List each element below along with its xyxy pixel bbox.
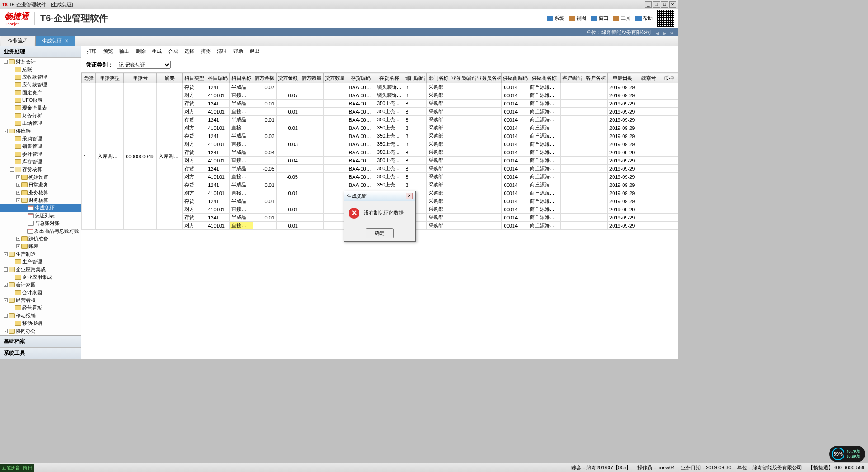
expand-collapse-icon[interactable]: -: [4, 298, 8, 302]
expand-collapse-icon[interactable]: -: [16, 198, 20, 202]
tree-item-总账[interactable]: 总账: [0, 66, 81, 73]
col-供应商编码[interactable]: 供应商编码: [502, 73, 528, 83]
col-选择[interactable]: 选择: [82, 73, 96, 83]
table-row[interactable]: 1入库调整单0000000049入库调整...存货1241半成品-0.07BAA…: [82, 83, 678, 91]
tree-item-生成凭证[interactable]: 生成凭证: [0, 204, 81, 212]
dialog-close-button[interactable]: ✕: [406, 193, 413, 199]
col-部门名称[interactable]: 部门名称: [427, 73, 450, 83]
grid-wrap[interactable]: 选择单据类型单据号摘要科目类型科目编码科目名称借方金额贷方金额借方数量贷方数量存…: [81, 73, 678, 359]
minimize-button[interactable]: _: [645, 1, 652, 8]
expand-collapse-icon[interactable]: +: [16, 191, 20, 195]
brand-menu-视图[interactable]: 视图: [569, 15, 586, 22]
col-单据日期[interactable]: 单据日期: [608, 73, 638, 83]
col-客户名称[interactable]: 客户名称: [584, 73, 608, 83]
col-业务员编码[interactable]: 业务员编码: [450, 73, 476, 83]
brand-menu-工具[interactable]: 工具: [613, 15, 631, 22]
tree-item-业务核算[interactable]: +业务核算: [0, 189, 81, 196]
toolbar-退出[interactable]: 退出: [247, 47, 262, 56]
sidebar-title-tools[interactable]: 系统工具: [0, 348, 81, 359]
tree-item-应付款管理[interactable]: 应付款管理: [0, 81, 81, 89]
toolbar-清理[interactable]: 清理: [214, 47, 230, 56]
tree-item-移动报销[interactable]: 移动报销: [0, 319, 81, 327]
brand-menu-窗口[interactable]: 窗口: [591, 15, 609, 22]
mini-right-icon[interactable]: ▶: [661, 29, 666, 35]
expand-collapse-icon[interactable]: -: [10, 167, 14, 172]
voucher-type-select[interactable]: 记 记账凭证: [117, 61, 171, 69]
toolbar-预览[interactable]: 预览: [100, 47, 116, 56]
expand-collapse-icon[interactable]: +: [16, 183, 20, 187]
tree-item-财务分析[interactable]: 财务分析: [0, 112, 81, 119]
tree-item-应收款管理[interactable]: 应收款管理: [0, 73, 81, 81]
toolbar-删除[interactable]: 删除: [133, 47, 148, 56]
col-摘要[interactable]: 摘要: [157, 73, 183, 83]
col-线索号[interactable]: 线索号: [638, 73, 659, 83]
tree-item-UFO报表[interactable]: UFO报表: [0, 96, 81, 104]
col-科目名称[interactable]: 科目名称: [230, 73, 253, 83]
tree-item-凭证列表[interactable]: 凭证列表: [0, 212, 81, 219]
sidebar-title-basic[interactable]: 基础档案: [0, 336, 81, 348]
dialog-ok-button[interactable]: 确定: [366, 228, 394, 238]
tab-generate-voucher[interactable]: 生成凭证 ✕: [35, 36, 75, 46]
mini-left-icon[interactable]: ◀: [654, 29, 659, 35]
expand-collapse-icon[interactable]: -: [4, 283, 8, 287]
col-客户编码[interactable]: 客户编码: [561, 73, 584, 83]
tree-item-存货核算[interactable]: -存货核算: [0, 166, 81, 173]
col-借方数量[interactable]: 借方数量: [300, 73, 323, 83]
toolbar-帮助[interactable]: 帮助: [231, 47, 246, 56]
expand-collapse-icon[interactable]: -: [4, 252, 8, 256]
expand-collapse-icon[interactable]: +: [16, 237, 20, 241]
toolbar-生成[interactable]: 生成: [149, 47, 165, 56]
tree-item-出纳管理[interactable]: 出纳管理: [0, 119, 81, 127]
close-button[interactable]: ✕: [669, 1, 676, 8]
tree-item-生产制造[interactable]: -生产制造: [0, 250, 81, 258]
tree-item-跌价准备[interactable]: +跌价准备: [0, 235, 81, 243]
tree-item-发出商品与总账对账[interactable]: 发出商品与总账对账: [0, 227, 81, 235]
col-存货名称[interactable]: 存货名称: [375, 73, 403, 83]
col-科目类型[interactable]: 科目类型: [183, 73, 206, 83]
tab-close-icon[interactable]: ✕: [65, 38, 68, 43]
tree-item-协同办公[interactable]: -协同办公: [0, 327, 81, 335]
tree-item-移动报销[interactable]: -移动报销: [0, 312, 81, 319]
sidebar-title-business[interactable]: 业务处理: [0, 46, 81, 58]
col-单据号[interactable]: 单据号: [124, 73, 157, 83]
tree-item-销售管理[interactable]: 销售管理: [0, 143, 81, 150]
tree-item-委外管理[interactable]: 委外管理: [0, 150, 81, 158]
tree-item-生产管理[interactable]: 生产管理: [0, 258, 81, 266]
tree-item-与总账对账[interactable]: 与总账对账: [0, 219, 81, 227]
tree-item-会计家园[interactable]: -会计家园: [0, 281, 81, 289]
brand-menu-系统[interactable]: 系统: [547, 15, 564, 22]
mini-close-icon[interactable]: ✕: [668, 29, 674, 35]
toolbar-打印[interactable]: 打印: [84, 47, 99, 56]
tree-item-现金流量表[interactable]: 现金流量表: [0, 104, 81, 112]
toolbar-输出[interactable]: 输出: [117, 47, 132, 56]
col-部门编码[interactable]: 部门编码: [403, 73, 427, 83]
toolbar-摘要[interactable]: 摘要: [198, 47, 213, 56]
col-存货编码[interactable]: 存货编码: [347, 73, 375, 83]
expand-collapse-icon[interactable]: -: [4, 314, 8, 318]
tree-item-账表[interactable]: +账表: [0, 243, 81, 250]
tree-item-采购管理[interactable]: 采购管理: [0, 135, 81, 143]
tree-item-固定资产[interactable]: 固定资产: [0, 89, 81, 96]
tree-item-财务会计[interactable]: -财务会计: [0, 58, 81, 66]
cell-select[interactable]: 1: [82, 83, 96, 230]
tree-item-企业应用集成[interactable]: 企业应用集成: [0, 273, 81, 281]
col-单据类型[interactable]: 单据类型: [96, 73, 124, 83]
tree-item-会计家园[interactable]: 会计家园: [0, 289, 81, 296]
col-贷方数量[interactable]: 贷方数量: [323, 73, 347, 83]
expand-collapse-icon[interactable]: +: [16, 175, 20, 179]
tab-enterprise-process[interactable]: 企业流程: [1, 36, 34, 46]
expand-collapse-icon[interactable]: -: [4, 60, 8, 64]
tree-item-经营看板[interactable]: 经营看板: [0, 304, 81, 312]
expand-collapse-icon[interactable]: -: [4, 129, 8, 133]
tree-item-企业应用集成[interactable]: -企业应用集成: [0, 266, 81, 273]
expand-collapse-icon[interactable]: +: [16, 244, 20, 248]
tree-item-库存管理[interactable]: 库存管理: [0, 158, 81, 166]
toolbar-合成[interactable]: 合成: [165, 47, 181, 56]
tree-item-供应链[interactable]: -供应链: [0, 127, 81, 135]
col-业务员名称[interactable]: 业务员名称: [476, 73, 502, 83]
expand-collapse-icon[interactable]: -: [4, 329, 8, 333]
toolbar-选择[interactable]: 选择: [182, 47, 197, 56]
tree-item-初始设置[interactable]: +初始设置: [0, 173, 81, 181]
col-科目编码[interactable]: 科目编码: [206, 73, 230, 83]
brand-menu-帮助[interactable]: 帮助: [635, 15, 653, 22]
